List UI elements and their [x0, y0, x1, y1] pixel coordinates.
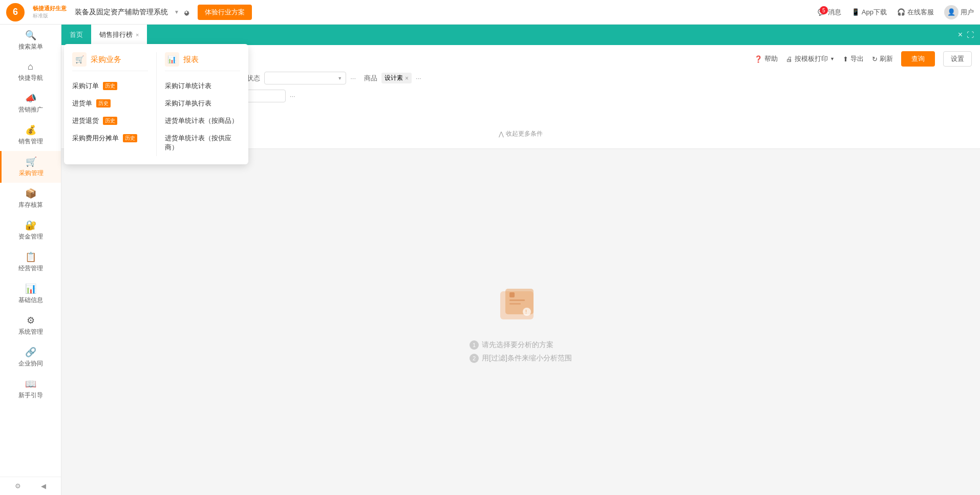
sidebar-item-sales[interactable]: 💰 销售管理: [0, 119, 61, 151]
goods-label: 商品: [364, 74, 377, 83]
dropdown-item-stock-stats-goods[interactable]: 进货单统计表（按商品）: [165, 112, 241, 130]
sidebar-item-purchase[interactable]: 🛒 采购管理: [0, 151, 61, 183]
dropdown-item-order-exec[interactable]: 采购订单执行表: [165, 95, 241, 112]
stock-return-history-badge: 历史: [103, 117, 117, 125]
logo-area: 6: [6, 3, 25, 21]
sidebar-item-quick-nav[interactable]: ⌂ 快捷导航: [0, 56, 61, 88]
sidebar-item-system-label: 系统管理: [18, 328, 43, 336]
system-title-dropdown[interactable]: 装备及固定资产辅助管理系统 ▼: [75, 8, 179, 17]
system-icon: ⚙: [27, 315, 35, 326]
tab-close-all-btn[interactable]: ×: [958, 30, 963, 39]
placeholder-image: !: [495, 281, 546, 332]
tab-bar: 首页 销售排行榜 × × ⛶: [61, 25, 980, 45]
sidebar-item-basic-info-label: 基础信息: [18, 296, 43, 305]
sidebar-item-inventory[interactable]: 📦 库存核算: [0, 183, 61, 214]
headset-icon: 🎧: [897, 8, 905, 16]
industry-btn[interactable]: 体验行业方案: [198, 5, 252, 20]
dropdown-item-stock-in-label: 进货单: [72, 99, 92, 108]
stock-in-history-badge: 历史: [96, 99, 111, 107]
system-title: 装备及固定资产辅助管理系统: [75, 8, 168, 17]
status-ellipsis-btn[interactable]: ···: [350, 74, 356, 82]
svg-rect-3: [509, 299, 525, 301]
enterprise-icon: 🔗: [25, 347, 36, 358]
export-icon: ⬆: [843, 55, 848, 63]
print-icon: 🖨: [786, 55, 793, 63]
salesman-ellipsis-btn[interactable]: ···: [290, 92, 295, 100]
dropdown-purchase-header: 🛒 采购业务: [72, 52, 148, 71]
status-select[interactable]: [264, 72, 346, 84]
purchase-col-icon: 🛒: [72, 52, 87, 67]
refresh-btn[interactable]: ↻ 刷新: [872, 54, 893, 63]
purchase-icon: 🛒: [26, 156, 37, 167]
placeholder-hints: 1 请先选择要分析的方案 2 用[过滤]条件来缩小分析范围: [470, 340, 572, 363]
dropdown-item-purchase-expense[interactable]: 采购费用分摊单 历史: [72, 130, 148, 147]
dropdown-item-stock-return-label: 进货退货: [72, 116, 99, 125]
collapse-label: 收起更多条件: [506, 130, 543, 138]
print-label: 按模板打印: [795, 54, 828, 63]
sidebar-item-finance[interactable]: 🔐 资金管理: [0, 214, 61, 246]
logo-sub: 标准版: [33, 12, 67, 19]
hint-text-1: 请先选择要分析的方案: [482, 340, 553, 350]
dropdown-item-stock-return[interactable]: 进货退货 历史: [72, 112, 148, 130]
dropdown-report-col: 📊 报表 采购订单统计表 采购订单执行表 进货单统计表（按商品） 进货单统计表（…: [165, 52, 241, 156]
tab-expand-btn[interactable]: ⛶: [967, 31, 974, 39]
content-placeholder: ! 1 请先选择要分析的方案 2 用[过滤]条件来缩小分析范围: [61, 149, 980, 495]
settings-small-button[interactable]: 设置: [943, 51, 972, 67]
sidebar-nav: 🔍 搜索菜单 ⌂ 快捷导航 📣 营销推广 💰 销售管理 🛒 采购管理: [0, 25, 61, 477]
purchase-expense-history-badge: 历史: [123, 134, 137, 142]
notification-btn[interactable]: 💬 5 消息: [818, 8, 841, 17]
tab-close-icon[interactable]: ×: [136, 32, 139, 38]
export-btn[interactable]: ⬆ 导出: [843, 54, 864, 63]
topbar-settings-button[interactable]: [179, 5, 194, 19]
search-icon: 🔍: [25, 30, 36, 41]
dropdown-divider: [156, 52, 157, 156]
sidebar-collapse-btn[interactable]: ◀: [41, 482, 46, 490]
home-icon: ⌂: [28, 61, 33, 72]
hint-item-2: 2 用[过滤]条件来缩小分析范围: [470, 354, 572, 363]
logo-icon: 6: [6, 3, 25, 21]
dropdown-report-header: 📊 报表: [165, 52, 241, 71]
export-label: 导出: [850, 54, 864, 63]
sidebar-bottom: ⚙ ◀: [0, 477, 61, 495]
sidebar-item-basic-info[interactable]: 📊 基础信息: [0, 278, 61, 310]
sidebar-item-enterprise[interactable]: 🔗 企业协同: [0, 341, 61, 373]
app-download-label: App下载: [862, 8, 887, 17]
dropdown-item-stock-stats-supplier[interactable]: 进货单统计表（按供应商）: [165, 130, 241, 156]
sidebar-item-marketing[interactable]: 📣 营销推广: [0, 88, 61, 119]
goods-tag-close-btn[interactable]: ×: [405, 75, 409, 82]
sales-icon: 💰: [25, 124, 36, 136]
dropdown-item-purchase-order[interactable]: 采购订单 历史: [72, 77, 148, 95]
filter-group-status: 单据状态 ···: [233, 72, 356, 84]
inventory-icon: 📦: [25, 188, 36, 199]
query-button[interactable]: 查询: [901, 51, 935, 67]
avatar: 👤: [944, 5, 958, 19]
sidebar-item-search-label: 搜索菜单: [18, 42, 43, 51]
sidebar-item-system[interactable]: ⚙ 系统管理: [0, 310, 61, 341]
dropdown-item-stock-in[interactable]: 进货单 历史: [72, 95, 148, 112]
print-btn[interactable]: 🖨 按模板打印 ▼: [786, 54, 835, 63]
user-menu-btn[interactable]: 👤 用户: [944, 5, 974, 19]
dropdown-cols: 🛒 采购业务 采购订单 历史 进货单 历史 进货退货 历史 采购费用分摊单: [72, 52, 240, 156]
tab-sales-rank[interactable]: 销售排行榜 ×: [91, 25, 147, 45]
goods-ellipsis-btn[interactable]: ···: [416, 74, 421, 82]
print-dropdown-icon: ▼: [830, 56, 835, 61]
purchase-order-history-badge: 历史: [103, 82, 117, 90]
dropdown-purchase-title: 采购业务: [91, 55, 121, 64]
hint-item-1: 1 请先选择要分析的方案: [470, 340, 572, 350]
sidebar-settings-btn[interactable]: ⚙: [15, 482, 21, 490]
sidebar-item-search[interactable]: 🔍 搜索菜单: [0, 25, 61, 56]
sidebar-item-operation[interactable]: 📋 经营管理: [0, 246, 61, 278]
sidebar-item-guide[interactable]: 📖 新手引导: [0, 373, 61, 405]
sidebar-item-enterprise-label: 企业协同: [18, 359, 43, 368]
purchase-dropdown-menu: 🛒 采购业务 采购订单 历史 进货单 历史 进货退货 历史 采购费用分摊单: [64, 44, 248, 164]
report-col-icon: 📊: [165, 52, 179, 67]
dropdown-item-order-stats[interactable]: 采购订单统计表: [165, 77, 241, 95]
operation-icon: 📋: [25, 251, 36, 263]
app-download-btn[interactable]: 📱 App下载: [851, 8, 887, 17]
sidebar-item-sales-label: 销售管理: [18, 137, 43, 146]
dropdown-item-purchase-expense-label: 采购费用分摊单: [72, 134, 119, 143]
online-service-btn[interactable]: 🎧 在线客服: [897, 8, 934, 17]
help-btn[interactable]: ❓ 帮助: [754, 54, 778, 63]
sidebar-item-quick-nav-label: 快捷导航: [18, 74, 43, 82]
tab-home[interactable]: 首页: [61, 25, 91, 45]
